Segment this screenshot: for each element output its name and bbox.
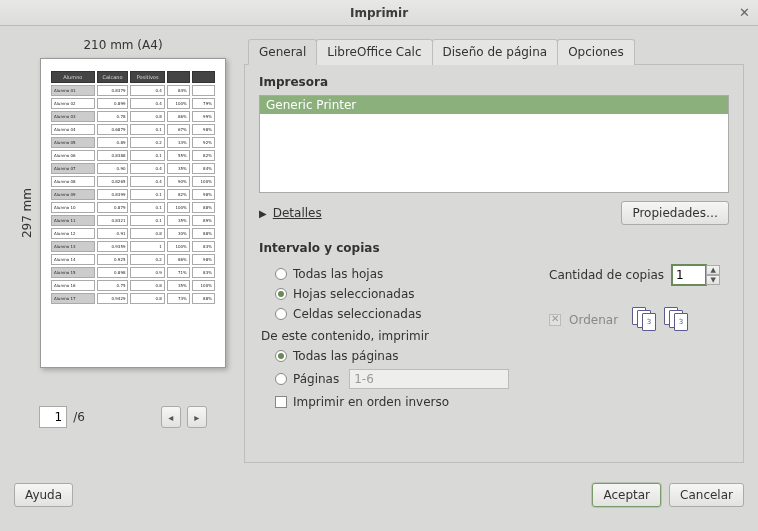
radio-selected-cells[interactable]: Celdas seleccionadas — [275, 307, 549, 321]
titlebar: Imprimir ✕ — [0, 0, 758, 26]
radio-all-sheets[interactable]: Todas las hojas — [275, 267, 549, 281]
printer-item-selected[interactable]: Generic Printer — [260, 96, 728, 114]
cancel-button[interactable]: Cancelar — [669, 483, 744, 507]
copies-up-button[interactable]: ▲ — [706, 265, 720, 275]
collate-icon: 123 — [632, 307, 658, 333]
range-section-title: Intervalo y copias — [259, 241, 729, 255]
preview-pane: 210 mm (A4) 297 mm AlumnoCalcanoPositivo… — [14, 38, 232, 463]
collate-checkbox — [549, 314, 561, 326]
radio-selected-sheets[interactable]: Hojas seleccionadas — [275, 287, 549, 301]
properties-button[interactable]: Propiedades… — [621, 201, 729, 225]
copies-label: Cantidad de copias — [549, 268, 664, 282]
tab-general[interactable]: General — [248, 39, 317, 65]
chevron-right-icon: ▶ — [259, 208, 267, 219]
window-title: Imprimir — [350, 6, 408, 20]
details-toggle[interactable]: ▶ Detalles — [259, 206, 322, 220]
radio-pages[interactable]: Páginas — [275, 369, 549, 389]
tab-layout[interactable]: Diseño de página — [432, 39, 559, 65]
page-preview: AlumnoCalcanoPositivos Alumno 010.83790.… — [40, 58, 226, 368]
total-pages: /6 — [73, 410, 85, 424]
page-pager: /6 ◂ ▸ — [39, 406, 207, 428]
copies-down-button[interactable]: ▼ — [706, 275, 720, 285]
page-height-label: 297 mm — [20, 188, 34, 238]
printer-section-title: Impresora — [259, 75, 729, 89]
checkbox-reverse[interactable]: Imprimir en orden inverso — [275, 395, 549, 409]
tab-bar: General LibreOffice Calc Diseño de págin… — [244, 38, 744, 65]
close-icon[interactable]: ✕ — [739, 5, 750, 20]
collate-row: Ordenar 123 123 — [549, 307, 729, 333]
copies-input[interactable] — [672, 265, 706, 285]
page-width-label: 210 mm (A4) — [83, 38, 162, 52]
current-page-input[interactable] — [39, 406, 67, 428]
pages-range-input — [349, 369, 509, 389]
preview-sheet: AlumnoCalcanoPositivos Alumno 010.83790.… — [49, 69, 217, 306]
next-page-button[interactable]: ▸ — [187, 406, 207, 428]
prev-page-button[interactable]: ◂ — [161, 406, 181, 428]
tab-calc[interactable]: LibreOffice Calc — [316, 39, 432, 65]
printer-list[interactable]: Generic Printer — [259, 95, 729, 193]
details-label: Detalles — [273, 206, 322, 220]
collate-icon: 123 — [664, 307, 690, 333]
accept-button[interactable]: Aceptar — [592, 483, 661, 507]
from-content-label: De este contenido, imprimir — [261, 329, 549, 343]
collate-label: Ordenar — [569, 313, 618, 327]
help-button[interactable]: Ayuda — [14, 483, 73, 507]
tab-options[interactable]: Opciones — [557, 39, 635, 65]
radio-all-pages[interactable]: Todas las páginas — [275, 349, 549, 363]
